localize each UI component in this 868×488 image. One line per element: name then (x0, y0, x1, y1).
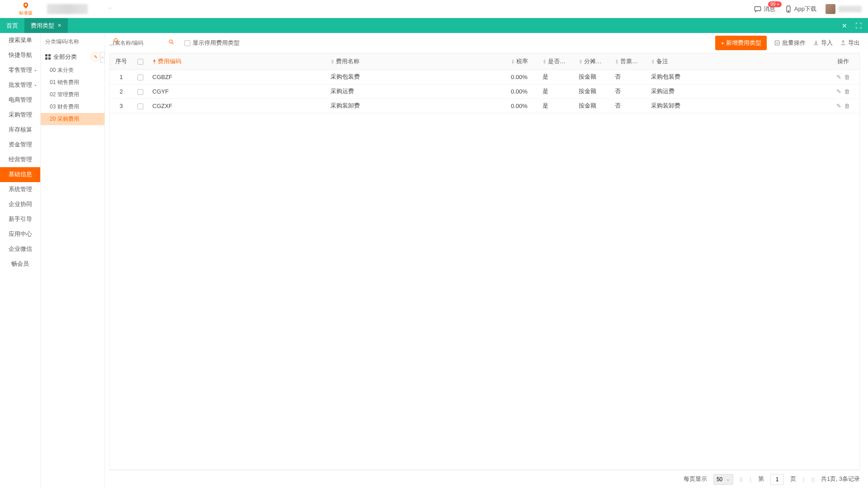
row-checkbox[interactable] (132, 99, 148, 113)
pager-page-input[interactable] (770, 474, 784, 485)
cell-bool: 是 (538, 70, 574, 84)
sidemenu-item[interactable]: 系统管理 (0, 182, 40, 197)
tree-edit-icon[interactable]: ✎ (91, 52, 100, 61)
row-edit-icon[interactable]: ✎ (836, 88, 841, 95)
svg-rect-0 (755, 6, 761, 10)
sidemenu-item[interactable]: 新手引导 (0, 212, 40, 227)
col-index[interactable]: 序号 (110, 53, 132, 70)
col-select-all[interactable] (132, 53, 148, 70)
tenant-chevron-icon[interactable]: ﹀ (108, 5, 113, 12)
top-bar: 标准版 ﹀ 消息 99 + App下载 (0, 0, 868, 18)
pager-prev-icon[interactable]: ⟨ (750, 476, 752, 483)
cell-bool: 是 (538, 99, 574, 113)
category-tree-panel: 全部分类 ✎ « 00 未分类01 销售费用02 管理费用03 财务费用20 采… (41, 33, 105, 488)
tree-item[interactable]: 00 未分类 (41, 64, 104, 76)
pager-last-icon[interactable]: ⟩| (811, 476, 815, 483)
sidemenu-item[interactable]: 批发管理▸ (0, 78, 40, 93)
cell-index: 3 (110, 99, 132, 113)
sidemenu-item[interactable]: 库存核算 (0, 122, 40, 137)
cell-alloc: 按金额 (574, 70, 610, 84)
cell-index: 2 (110, 84, 132, 99)
col-bool[interactable]: ▲▼是否… (538, 53, 574, 70)
cell-ticket: 否 (610, 84, 646, 99)
pager-summary: 共1页, 3条记录 (821, 475, 860, 483)
tree-search-icon[interactable] (113, 38, 119, 45)
new-expense-type-button[interactable]: + 新增费用类型 (715, 36, 767, 50)
cell-ticket: 否 (610, 99, 646, 113)
export-button[interactable]: 导出 (840, 39, 860, 47)
sidemenu-item[interactable]: 零售管理▸ (0, 63, 40, 78)
col-alloc[interactable]: ▲▼分摊… (574, 53, 610, 70)
cell-remark: 采购包装费 (646, 70, 827, 84)
tree-all-categories[interactable]: 全部分类 ✎ (41, 50, 104, 64)
svg-point-2 (788, 10, 789, 11)
sidemenu-item[interactable]: 基础信息 (0, 167, 40, 182)
cell-name: 采购装卸费 (326, 99, 506, 113)
cell-alloc: 按金额 (574, 84, 610, 99)
tab-home[interactable]: 首页 (0, 18, 24, 33)
cell-index: 1 (110, 70, 132, 84)
tree-item[interactable]: 03 财务费用 (41, 101, 104, 113)
row-checkbox[interactable] (132, 70, 148, 84)
tab-expense-type[interactable]: 费用类型 ✕ (24, 18, 68, 33)
tenant-name-blurred (47, 4, 88, 14)
pager-next-icon[interactable]: ⟩ (802, 476, 805, 483)
row-checkbox[interactable] (132, 84, 148, 99)
row-edit-icon[interactable]: ✎ (836, 74, 841, 80)
user-avatar[interactable] (826, 4, 835, 14)
sidemenu-item[interactable]: 搜索菜单 (0, 33, 40, 48)
col-rate[interactable]: ▲▼税率 (506, 53, 538, 70)
col-name[interactable]: ▲▼费用名称 (326, 53, 506, 70)
sidemenu-item[interactable]: 采购管理 (0, 108, 40, 122)
col-code[interactable]: ▲▼费用编码 (148, 53, 326, 70)
show-disabled-checkbox[interactable]: 显示停用费用类型 (184, 39, 240, 47)
tab-fullscreen-icon[interactable]: ⛶ (855, 22, 862, 29)
table-search (109, 39, 177, 47)
brand-sub: 标准版 (19, 10, 33, 16)
batch-ops-button[interactable]: 批量操作 (774, 39, 806, 47)
pager-per-label: 每页显示 (684, 475, 707, 483)
sidemenu-item[interactable]: 应用中心 (0, 227, 40, 242)
sidemenu-item[interactable]: 资金管理 (0, 137, 40, 152)
brand-logo: 标准版 (6, 2, 45, 16)
sidemenu-item[interactable]: 快捷导航 (0, 48, 40, 63)
cell-rate: 0.00% (506, 84, 538, 99)
tree-item[interactable]: 01 销售费用 (41, 76, 104, 89)
tab-strip: 首页 费用类型 ✕ ✕ ⛶ (0, 18, 868, 33)
page-size-select[interactable]: 50 (713, 474, 733, 485)
sidemenu-item[interactable]: 企业微信 (0, 242, 40, 257)
sidemenu-item[interactable]: 经营管理 (0, 152, 40, 167)
cell-rate: 0.00% (506, 70, 538, 84)
sidemenu-item[interactable]: 企业协同 (0, 197, 40, 212)
sidemenu-item[interactable]: 电商管理 (0, 93, 40, 108)
side-menu: 搜索菜单快捷导航零售管理▸批发管理▸电商管理采购管理库存核算资金管理经营管理基础… (0, 33, 41, 488)
cell-alloc: 按金额 (574, 99, 610, 113)
col-ticket[interactable]: ▲▼普票… (610, 53, 646, 70)
cell-rate: 0.00% (506, 99, 538, 113)
import-button[interactable]: 导入 (813, 39, 833, 47)
row-delete-icon[interactable]: 🗑 (844, 103, 850, 109)
tree-item[interactable]: 02 管理费用 (41, 89, 104, 101)
user-name-blurred (838, 6, 862, 12)
table-search-icon[interactable] (168, 39, 175, 47)
toolbar: 显示停用费用类型 + 新增费用类型 批量操作 导入 导出 (105, 33, 868, 50)
checkbox-icon (184, 40, 190, 46)
row-edit-icon[interactable]: ✎ (836, 103, 841, 109)
data-table: 序号 ▲▼费用编码 ▲▼费用名称 ▲▼税率 ▲▼是否… ▲▼分摊… ▲▼普票… … (109, 53, 860, 470)
tree-item[interactable]: 20 采购费用 (41, 113, 104, 125)
sidemenu-item[interactable]: 畅会员 (0, 257, 40, 272)
pager-first-icon[interactable]: |⟨ (740, 476, 743, 483)
messages-button[interactable]: 消息 99 + (754, 5, 775, 13)
col-remark[interactable]: ▲▼备注 (646, 53, 827, 70)
tree-collapse-icon[interactable]: « (100, 52, 105, 63)
pager: 每页显示 50 |⟨ ⟨ 第 页 ⟩ ⟩| 共1页, 3条记录 (109, 470, 860, 488)
tab-closeall-icon[interactable]: ✕ (842, 22, 847, 29)
tab-close-icon[interactable]: ✕ (57, 23, 61, 28)
row-delete-icon[interactable]: 🗑 (844, 74, 850, 80)
cell-code: CGZXF (148, 99, 326, 113)
svg-point-3 (114, 38, 117, 42)
tree-search-input[interactable] (45, 38, 113, 45)
app-download-button[interactable]: App下载 (784, 5, 816, 13)
cell-name: 采购运费 (326, 84, 506, 99)
row-delete-icon[interactable]: 🗑 (844, 88, 850, 95)
